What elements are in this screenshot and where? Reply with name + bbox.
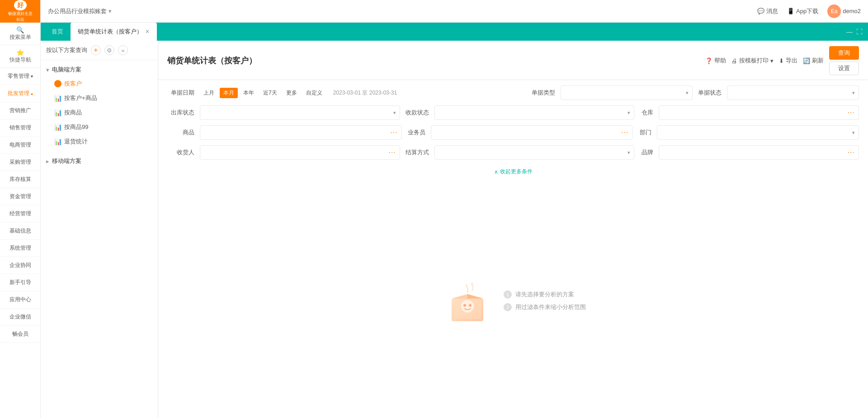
current-year-btn[interactable]: 本年 — [240, 88, 258, 98]
search-menu-label: 搜索菜单 — [3, 33, 38, 41]
sidebar-item-purchase[interactable]: 采购管理 — [0, 154, 40, 171]
outbound-select[interactable]: ▾ — [200, 105, 400, 120]
custom-btn[interactable]: 自定义 — [302, 88, 326, 98]
more-options-icon: ··· — [390, 128, 397, 137]
mobile-group-header[interactable]: ▸ 移动端方案 — [41, 154, 158, 168]
chevron-down-icon: ▾ — [393, 110, 396, 116]
desktop-group-label: 电脑端方案 — [52, 66, 81, 74]
settings-button[interactable]: 设置 — [829, 62, 859, 75]
department-select[interactable]: ▾ — [657, 125, 859, 140]
search-menu[interactable]: 🔍 搜索菜单 — [0, 23, 40, 45]
scheme-by-customer[interactable]: 按客户 — [41, 76, 158, 91]
sidebar-item-ecommerce[interactable]: 电商管理 — [0, 137, 40, 154]
tab-controls: — ⛶ — [846, 28, 868, 35]
desktop-scheme-group: ▾ 电脑端方案 按客户 📊 按客户+商品 📊 按商品 📊 按商品99 — [41, 60, 158, 152]
hint2-text: 用过滤条件来缩小分析范围 — [515, 303, 586, 311]
tab-home-label: 首页 — [52, 28, 63, 36]
sidebar-item-basic[interactable]: 基础信息 — [0, 223, 40, 240]
quick-nav-label: 快捷导航 — [3, 56, 38, 64]
quick-nav[interactable]: ⭐ 快捷导航 — [0, 45, 40, 68]
minimize-icon[interactable]: — — [846, 28, 853, 35]
refresh-button[interactable]: 🔄 刷新 — [803, 57, 824, 65]
sidebar-item-finance[interactable]: 资金管理 — [0, 188, 40, 205]
sidebar-item-marketing[interactable]: 营销推广 — [0, 102, 40, 119]
settings-scheme-button[interactable]: ⚙ — [104, 45, 114, 55]
page-actions: ❓ 帮助 🖨 按模板打印 ▾ ⬇ 导出 🔄 — [705, 46, 859, 75]
outbound-label: 出库状态 — [167, 109, 194, 117]
brand-select[interactable]: ··· — [659, 145, 859, 160]
company-dropdown[interactable]: 办公用品行业模拟账套 ▾ — [48, 7, 112, 15]
sidebar-item-inventory[interactable]: 库存核算 — [0, 171, 40, 188]
tabbar: 首页 销货单统计表（按客户） ✕ — ⛶ — [41, 23, 868, 41]
filter-area: 单据日期 上月 本月 本年 近7天 更多 自定义 2023-03-01 至 20… — [158, 80, 868, 184]
logo[interactable]: 好 畅捷通好生意 标版 — [0, 0, 40, 23]
user-name: demo2 — [843, 8, 861, 14]
sidebar-item-retail[interactable]: 零售管理 ▾ — [0, 68, 40, 85]
scheme-return-stats[interactable]: 📊 退货统计 — [41, 134, 158, 149]
desktop-group-header[interactable]: ▾ 电脑端方案 — [41, 63, 158, 76]
sidebar-item-wechat[interactable]: 企业微信 — [0, 309, 40, 326]
department-label: 部门 — [638, 128, 651, 137]
receiver-label: 收货人 — [167, 148, 194, 157]
help-button[interactable]: ❓ 帮助 — [705, 57, 726, 65]
add-scheme-button[interactable]: + — [91, 45, 101, 55]
sidebar-item-label: 基础信息 — [9, 227, 31, 235]
scheme-by-product-99[interactable]: 📊 按商品99 — [41, 120, 158, 134]
filter-row-4: 收货人 ··· 结算方式 ▾ 品牌 ··· — [167, 145, 859, 160]
sidebar-item-appcenter[interactable]: 应用中心 — [0, 291, 40, 309]
sidebar-item-enterprise[interactable]: 企业协同 — [0, 257, 40, 274]
svg-point-5 — [463, 304, 466, 307]
collapse-panel-button[interactable]: « — [118, 45, 128, 55]
scheme-label: 按商品99 — [64, 123, 88, 131]
filter-row-date: 单据日期 上月 本月 本年 近7天 更多 自定义 2023-03-01 至 20… — [167, 86, 859, 100]
receiver-select[interactable]: ··· — [200, 145, 400, 160]
order-type-select[interactable]: ▾ — [561, 86, 693, 100]
settlement-select[interactable]: ▾ — [434, 145, 635, 160]
last-month-btn[interactable]: 上月 — [200, 88, 218, 98]
logo-text: 畅捷通好生意 — [8, 11, 33, 17]
template-print-button[interactable]: 🖨 按模板打印 ▾ — [731, 57, 774, 65]
empty-hints: 1 请先选择要分析的方案 2 用过滤条件来缩小分析范围 — [504, 290, 586, 311]
scheme-customer-product[interactable]: 📊 按客户+商品 — [41, 91, 158, 105]
chevron-down-icon: ▾ — [770, 57, 774, 64]
sidebar-item-newbie[interactable]: 新手引导 — [0, 274, 40, 291]
payment-select[interactable]: ▾ — [434, 105, 635, 120]
query-button[interactable]: 查询 — [829, 46, 859, 60]
svg-point-7 — [466, 285, 467, 286]
sidebar-item-member[interactable]: 畅会员 — [0, 326, 40, 343]
date-quick-btns: 上月 本月 本年 近7天 更多 自定义 — [200, 88, 326, 98]
current-month-btn[interactable]: 本月 — [220, 88, 238, 98]
sidebar-item-system[interactable]: 系统管理 — [0, 240, 40, 257]
scheme-label: 退货统计 — [64, 138, 88, 146]
salesperson-select[interactable]: ··· — [431, 125, 633, 140]
avatar: Ea — [827, 5, 841, 18]
sidebar-item-label: 新手引导 — [9, 279, 31, 286]
scheme-label: 按商品 — [64, 109, 82, 117]
scheme-by-product[interactable]: 📊 按商品 — [41, 105, 158, 120]
collapse-filters-button[interactable]: ∧ 收起更多条件 — [491, 165, 535, 178]
chevron-down-icon: ▾ — [31, 74, 33, 79]
warehouse-select[interactable]: ··· — [659, 105, 859, 120]
user-profile[interactable]: Ea demo2 — [827, 5, 861, 18]
maximize-icon[interactable]: ⛶ — [856, 28, 863, 35]
export-button[interactable]: ⬇ 导出 — [779, 57, 797, 65]
sidebar-item-operation[interactable]: 经营管理 — [0, 205, 40, 223]
svg-point-6 — [469, 304, 472, 307]
chart-icon: 📊 — [54, 124, 61, 131]
more-btn[interactable]: 更多 — [283, 88, 301, 98]
order-status-select[interactable]: ▾ — [727, 86, 859, 100]
right-panel: 销货单统计表（按客户） ❓ 帮助 🖨 按模板打印 ▾ ⬇ — [158, 41, 868, 418]
app-download-btn[interactable]: 📱 App下载 — [787, 7, 818, 15]
chevron-up-icon: ▴ — [31, 91, 33, 96]
message-btn[interactable]: 💬 消息 — [757, 7, 778, 15]
logo-icon: 好 — [14, 0, 27, 10]
tab-sales-stats[interactable]: 销货单统计表（按客户） ✕ — [71, 23, 157, 41]
tab-home[interactable]: 首页 — [44, 23, 71, 41]
close-tab-icon[interactable]: ✕ — [145, 28, 150, 35]
badge-text: 标版 — [16, 17, 24, 23]
sidebar-item-label: 销售管理 — [9, 124, 31, 132]
sidebar-item-sales[interactable]: 销售管理 — [0, 119, 40, 137]
sidebar-item-wholesale[interactable]: 批发管理 ▴ — [0, 85, 40, 102]
product-select[interactable]: ··· — [200, 125, 402, 140]
last-7-days-btn[interactable]: 近7天 — [259, 88, 281, 98]
